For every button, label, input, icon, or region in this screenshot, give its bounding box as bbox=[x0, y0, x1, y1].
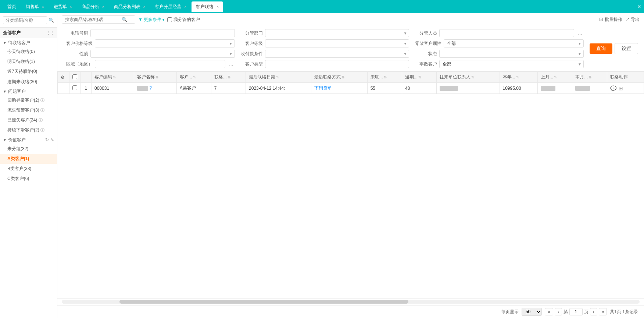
filter-region-input[interactable] bbox=[95, 60, 225, 68]
nav-tab-purchase[interactable]: 进货单 × bbox=[49, 1, 76, 12]
close-all-button[interactable]: × bbox=[637, 3, 641, 11]
filter-retail-select[interactable]: 全部 bbox=[439, 60, 584, 68]
gear-icon[interactable]: ⚙ bbox=[61, 75, 65, 80]
value-edit-icon[interactable]: ✎ bbox=[50, 137, 54, 142]
sidebar-item-class-a[interactable]: A类客户(1) bbox=[0, 154, 57, 164]
nav-tab-home[interactable]: 首页 bbox=[3, 1, 21, 12]
my-customers-check[interactable] bbox=[167, 17, 172, 22]
lastmethod-sort-icon[interactable]: ⇅ bbox=[341, 75, 344, 79]
batch-op-button[interactable]: ☑ 批量操作 bbox=[599, 17, 622, 23]
unlinked-sort-icon[interactable]: ⇅ bbox=[384, 75, 387, 79]
code-sort-icon[interactable]: ⇅ bbox=[113, 75, 116, 79]
th-category-label: 客户... bbox=[180, 74, 192, 80]
row-lastmethod[interactable]: 下销货单 bbox=[314, 85, 332, 91]
nav-tab-customer-mgmt-close[interactable]: × bbox=[184, 5, 186, 9]
contact-sort-icon[interactable]: ⇅ bbox=[228, 75, 230, 79]
nav-tab-customer-contact-close[interactable]: × bbox=[217, 5, 219, 9]
sidebar-group-pending[interactable]: ▼ 待联络客户 bbox=[0, 38, 57, 47]
sidebar-item-overdue[interactable]: 逾期未联络(30) bbox=[0, 77, 57, 87]
filter-search-input[interactable] bbox=[65, 17, 120, 22]
churned-label: 已流失客户(24) bbox=[7, 117, 37, 123]
sidebar-item-class-c[interactable]: C类客户(6) bbox=[0, 174, 57, 184]
th-checkbox bbox=[69, 72, 80, 83]
nav-tab-customer-mgmt[interactable]: 客户分层经营 × bbox=[150, 1, 191, 12]
horizontal-scrollbar[interactable] bbox=[62, 300, 640, 304]
filter-region-label: 区域（地区） bbox=[66, 61, 93, 67]
tomorrow-pending-label: 明天待联络(1) bbox=[7, 59, 35, 64]
nav-tab-analysis[interactable]: 商品分析 × bbox=[77, 1, 109, 12]
sidebar-item-ungrouped[interactable]: 未分组(32) bbox=[0, 144, 57, 154]
sidebar-group-value[interactable]: ▼ 价值客户 ↻ ✎ bbox=[0, 135, 57, 144]
manager-dots-icon[interactable]: … bbox=[576, 31, 584, 36]
chat-action-icon[interactable]: 💬 bbox=[610, 85, 616, 91]
filter-manager-input[interactable] bbox=[439, 29, 574, 37]
7days-pending-label: 近7天待联络(0) bbox=[7, 69, 37, 74]
thismonth-sort-icon[interactable]: ⇅ bbox=[588, 75, 591, 79]
category-sort-icon[interactable]: ⇅ bbox=[193, 75, 196, 79]
page-number-input[interactable] bbox=[569, 308, 583, 315]
sidebar-collapse-icon: ⋮⋮ bbox=[47, 31, 54, 35]
filter-payment-select[interactable] bbox=[265, 50, 409, 58]
thisyear-sort-icon[interactable]: ⇅ bbox=[516, 75, 519, 79]
nav-tab-analysis-close[interactable]: × bbox=[102, 5, 104, 9]
sidebar-item-churn-warning[interactable]: 流失预警客户(3) ⓘ bbox=[0, 105, 57, 115]
sidebar-search-input[interactable] bbox=[3, 16, 47, 24]
sidebar-item-repurchase-abnormal[interactable]: 回购异常客户(2) ⓘ bbox=[0, 95, 57, 105]
query-button[interactable]: 查询 bbox=[590, 43, 612, 54]
sidebar-item-class-b[interactable]: B类客户(33) bbox=[0, 164, 57, 174]
first-page-button[interactable]: « bbox=[545, 308, 553, 315]
td-thisyear: 10995.00 bbox=[500, 83, 538, 94]
filter-customer-type-input[interactable] bbox=[265, 60, 409, 68]
row-checkbox[interactable] bbox=[72, 85, 77, 90]
overdue-sort-icon[interactable]: ⇅ bbox=[418, 75, 421, 79]
next-page-button[interactable]: › bbox=[590, 308, 597, 315]
nav-tab-sales-close[interactable]: × bbox=[42, 5, 44, 9]
sidebar-search-icon[interactable]: 🔍 bbox=[49, 18, 54, 23]
info-icon-2: ⓘ bbox=[40, 108, 44, 112]
sidebar-item-declining[interactable]: 持续下滑客户(2) ⓘ bbox=[0, 125, 57, 135]
page-label-suffix: 页 bbox=[584, 309, 588, 315]
th-gear: ⚙ bbox=[58, 72, 69, 83]
filter-phone-input[interactable] bbox=[90, 29, 235, 37]
nav-tab-purchase-close[interactable]: × bbox=[70, 5, 72, 9]
nav-tab-analysis-list[interactable]: 商品分析列表 × bbox=[110, 1, 150, 12]
pending-arrow-icon: ▼ bbox=[3, 41, 7, 45]
nav-tab-analysis-list-close[interactable]: × bbox=[143, 5, 146, 9]
filter-search-icon[interactable]: 🔍 bbox=[122, 17, 127, 22]
page-size-select[interactable]: 50 10 20 100 bbox=[522, 308, 542, 316]
filter-retail-attr-select[interactable]: 全部 bbox=[444, 39, 584, 47]
filter-status-select[interactable] bbox=[439, 50, 584, 58]
table-body: 1 000031 ? A类客户 7 bbox=[58, 83, 644, 94]
lastdate-sort-icon[interactable]: ⇅ bbox=[276, 75, 279, 79]
more-filter-arrow: ▾ bbox=[162, 18, 164, 22]
prev-page-button[interactable]: ‹ bbox=[555, 308, 562, 315]
scrollbar-thumb[interactable] bbox=[119, 300, 408, 304]
filter-nature-select[interactable] bbox=[90, 50, 235, 58]
last-page-button[interactable]: » bbox=[599, 308, 607, 315]
nav-tab-sales[interactable]: 销售单 × bbox=[21, 1, 49, 12]
more-filter-button[interactable]: ▼ 更多条件 ▾ bbox=[138, 17, 164, 23]
sidebar-all-customers[interactable]: 全部客户 ⋮⋮ bbox=[0, 28, 57, 38]
value-refresh-icon[interactable]: ↻ bbox=[45, 137, 49, 142]
sidebar-group-problem[interactable]: ▼ 问题客户 bbox=[0, 87, 57, 95]
sidebar-item-churned[interactable]: 已流失客户(24) ⓘ bbox=[0, 115, 57, 125]
select-all-checkbox[interactable] bbox=[72, 74, 77, 79]
sidebar-item-tomorrow[interactable]: 明天待联络(1) bbox=[0, 57, 57, 67]
export-button[interactable]: ↗ 导出 bbox=[625, 17, 640, 23]
row-name[interactable]: ? bbox=[149, 85, 152, 91]
unitcontact-sort-icon[interactable]: ⇅ bbox=[471, 75, 474, 79]
filter-dept: 分管部门 ▼ bbox=[238, 29, 412, 37]
nav-tab-analysis-list-label: 商品分析列表 bbox=[114, 4, 140, 10]
setting-button[interactable]: 设置 bbox=[615, 43, 638, 54]
region-dots-icon[interactable]: … bbox=[228, 61, 235, 67]
qrcode-action-icon[interactable]: ⊞ bbox=[619, 85, 623, 91]
td-unlinked: 55 bbox=[367, 83, 402, 94]
filter-customer-level-select[interactable] bbox=[265, 39, 409, 47]
filter-price-level-select[interactable] bbox=[95, 39, 235, 47]
filter-dept-select[interactable] bbox=[265, 29, 409, 37]
nav-tab-customer-contact[interactable]: 客户联络 × bbox=[192, 1, 223, 12]
name-sort-icon[interactable]: ⇅ bbox=[155, 75, 158, 79]
lastmonth-sort-icon[interactable]: ⇅ bbox=[554, 75, 557, 79]
sidebar-item-today[interactable]: 今天待联络(0) bbox=[0, 47, 57, 57]
sidebar-item-7days[interactable]: 近7天待联络(0) bbox=[0, 67, 57, 77]
